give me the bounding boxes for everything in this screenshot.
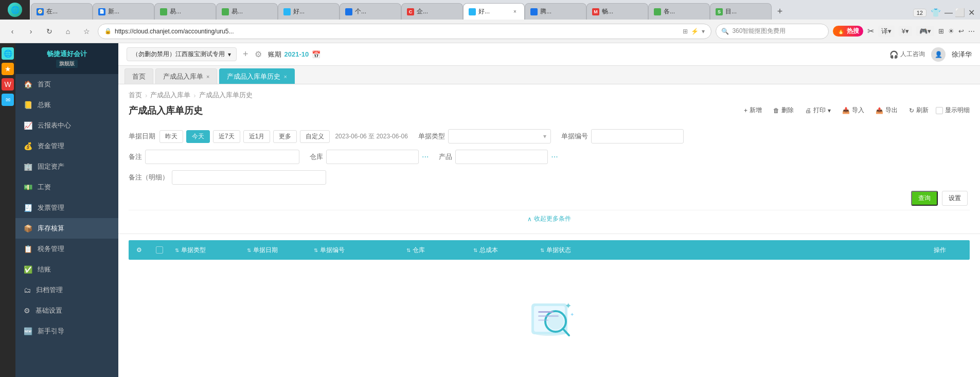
apps-icon[interactable]: ⊞ [938, 27, 944, 35]
note-detail-input[interactable] [172, 170, 326, 185]
date-btn-1month[interactable]: 近1月 [243, 130, 271, 143]
type-select[interactable]: ▾ [448, 129, 551, 143]
sidebar-item-settlement[interactable]: ✅ 结账 [15, 259, 118, 280]
refresh-action-button[interactable]: ↻ 刷新 [905, 104, 933, 117]
date-btn-yesterday[interactable]: 昨天 [159, 130, 183, 143]
export-button[interactable]: 📤 导出 [871, 104, 902, 117]
tab-9[interactable]: 腾... [525, 3, 586, 20]
sidebar-item-fund[interactable]: 💰 资金管理 [15, 136, 118, 156]
add-period-button[interactable]: + [243, 49, 248, 60]
tab-2[interactable]: 📄 新... [93, 3, 154, 20]
add-button[interactable]: + 新增 [740, 104, 766, 117]
th-cost[interactable]: ⇅ 总成本 [468, 246, 535, 255]
th-checkbox[interactable] [149, 246, 170, 254]
rail-icon-4[interactable]: ✉ [2, 94, 14, 106]
lightning-icon[interactable]: ⚡ [691, 28, 699, 35]
query-button[interactable]: 查询 [911, 191, 938, 206]
hot-search-badge[interactable]: 🔥 热搜 [833, 26, 863, 37]
delete-button[interactable]: 🗑 删除 [769, 104, 798, 117]
settings-button[interactable]: 设置 [942, 191, 968, 206]
sidebar-item-home[interactable]: 🏠 首页 [15, 74, 118, 95]
date-btn-today[interactable]: 今天 [186, 130, 210, 143]
settings-icon[interactable]: ⋯ [968, 27, 975, 35]
sidebar-item-inventory[interactable]: 📦 库存核算 [15, 218, 118, 239]
search-box[interactable]: 🔍 360智能抠图免费用 [716, 24, 829, 39]
page-tab-history-close[interactable]: × [283, 74, 287, 80]
page-tab-history[interactable]: 产成品入库单历史 × [219, 68, 294, 84]
tab-10[interactable]: M 畅... [586, 3, 648, 20]
note-input[interactable] [145, 150, 299, 164]
sidebar-item-asset[interactable]: 🏢 固定资产 [15, 156, 118, 177]
th-num[interactable]: ⇅ 单据编号 [309, 246, 401, 255]
company-selector[interactable]: （勿删勿禁用）江西服宝测试专用 ▾ [127, 47, 237, 61]
tab-11[interactable]: 各... [648, 3, 710, 20]
address-box[interactable]: 🔒 https://cloud.chanjet.com/accounting/u… [98, 24, 711, 39]
sidebar-label-archive: 归档管理 [36, 285, 63, 295]
show-detail-checkbox[interactable]: 显示明细 [936, 106, 970, 115]
product-dots[interactable]: ··· [551, 152, 558, 161]
user-service-button[interactable]: 🎧 人工咨询 [889, 50, 925, 59]
num-input[interactable] [591, 129, 684, 143]
back-button[interactable]: ‹ [5, 24, 20, 39]
sidebar-item-ledger[interactable]: 📒 总账 [15, 95, 118, 115]
maximize-button[interactable]: ⬜ [956, 9, 964, 16]
page-tab-list-close[interactable]: × [206, 74, 209, 80]
tab-1[interactable]: 🧭 在... [31, 3, 93, 20]
rail-icon-2[interactable]: ★ [2, 63, 14, 75]
sidebar-item-salary[interactable]: 💵 工资 [15, 177, 118, 198]
sidebar-item-archive[interactable]: 🗂 归档管理 [15, 280, 118, 300]
print-button[interactable]: 🖨 打印 ▾ [801, 104, 835, 117]
date-btn-more[interactable]: 更多 [273, 130, 297, 143]
new-tab-button[interactable]: + [772, 3, 788, 20]
translate-icon[interactable]: 译▾ [878, 26, 895, 37]
refresh-button[interactable]: ↻ [42, 24, 57, 39]
th-status[interactable]: ⇅ 单据状态 [535, 246, 602, 255]
undo-icon[interactable]: ↩ [958, 27, 964, 35]
bookmark-button[interactable]: ☆ [79, 24, 94, 39]
th-gear[interactable]: ⚙ [129, 246, 149, 254]
newentry-icon: 🆕 [24, 327, 32, 335]
sun-icon[interactable]: ☀ [948, 27, 954, 35]
page-tab-list[interactable]: 产成品入库单 × [155, 68, 217, 84]
game-icon[interactable]: 🎮▾ [916, 26, 934, 36]
page-tab-home[interactable]: 首页 [124, 68, 153, 84]
period-settings-icon[interactable]: ⚙ [255, 49, 262, 59]
sidebar-item-invoice[interactable]: 🧾 发票管理 [15, 198, 118, 218]
import-button[interactable]: 📥 导入 [838, 104, 868, 117]
tab-7[interactable]: C 企... [401, 3, 463, 20]
tab-3[interactable]: 易... [154, 3, 216, 20]
tab-12[interactable]: S 目... [710, 3, 772, 20]
sidebar-item-newentry[interactable]: 🆕 新手引导 [15, 321, 118, 342]
warehouse-dots[interactable]: ··· [422, 152, 429, 161]
home-button[interactable]: ⌂ [61, 24, 75, 39]
topbar-right: 🎧 人工咨询 👤 徐泽华 [889, 47, 972, 62]
tab-4[interactable]: 易... [216, 3, 278, 20]
forward-button[interactable]: › [24, 24, 38, 39]
product-input[interactable] [455, 150, 548, 164]
close-button[interactable]: ✕ [968, 9, 975, 16]
th-date[interactable]: ⇅ 单据日期 [242, 246, 309, 255]
rail-icon-3[interactable]: W [2, 78, 14, 91]
cut-icon[interactable]: ✂ [867, 26, 874, 36]
dropdown-icon[interactable]: ▾ [702, 28, 705, 35]
th-warehouse[interactable]: ⇅ 仓库 [401, 246, 468, 255]
search-icon: 🔍 [721, 28, 729, 35]
sidebar-item-settings[interactable]: ⚙ 基础设置 [15, 300, 118, 321]
tab-8-active[interactable]: 好... × [463, 3, 525, 20]
minimize-button[interactable]: — [945, 9, 952, 16]
th-type[interactable]: ⇅ 单据类型 [170, 246, 242, 255]
sidebar-item-report[interactable]: 📈 云报表中心 [15, 115, 118, 136]
date-btn-7days[interactable]: 近7天 [213, 130, 240, 143]
collapse-button[interactable]: ∧ 收起更多条件 [129, 210, 970, 227]
user-avatar[interactable]: 👤 [931, 47, 946, 62]
tab-6[interactable]: 个... [340, 3, 401, 20]
tab-8-close[interactable]: × [511, 8, 519, 16]
sidebar-item-tax[interactable]: 📋 税务管理 [15, 239, 118, 259]
rail-icon-1[interactable]: 🌐 [2, 47, 14, 60]
calendar-icon[interactable]: 📅 [312, 50, 320, 59]
yuan-icon[interactable]: ¥▾ [899, 26, 912, 36]
date-btn-custom[interactable]: 自定义 [300, 130, 330, 143]
grid-icon[interactable]: ⊞ [683, 28, 688, 35]
warehouse-input[interactable] [326, 150, 419, 164]
tab-5[interactable]: 好... [278, 3, 340, 20]
